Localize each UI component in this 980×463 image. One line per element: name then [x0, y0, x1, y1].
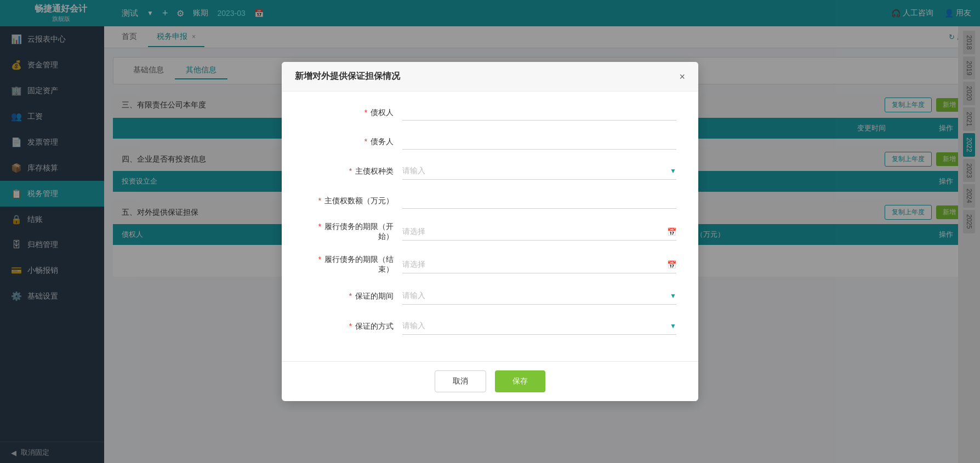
guarantee-period-placeholder: 请输入 [402, 291, 425, 301]
claim-type-placeholder: 请输入 [402, 166, 425, 176]
form-row-obligation-end: * 履行债务的期限（结束） 请选择 📅 [304, 255, 676, 275]
modal-title: 新增对外提供保证担保情况 [295, 71, 400, 82]
claim-type-label: * 主债权种类 [304, 167, 402, 176]
form-row-debtor: * 债务人 [304, 134, 676, 150]
obligation-end-date[interactable]: 请选择 📅 [402, 256, 676, 273]
modal-dialog: 新增对外提供保证担保情况 × * 债权人 * 债务人 [282, 62, 698, 401]
obligation-end-calendar-icon: 📅 [667, 260, 676, 269]
guarantee-method-arrow-icon: ▼ [670, 322, 676, 330]
form-row-claim-amount: * 主债权数额（万元） [304, 193, 676, 209]
obligation-start-label: * 履行债务的期限（开始） [304, 222, 402, 242]
cancel-button[interactable]: 取消 [435, 370, 486, 392]
guarantee-period-label: * 保证的期间 [304, 291, 402, 301]
debtor-label: * 债务人 [304, 137, 402, 147]
form-row-guarantee-period: * 保证的期间 请输入 ▼ [304, 288, 676, 305]
claim-type-select[interactable]: 请输入 ▼ [402, 163, 676, 180]
guarantee-method-placeholder: 请输入 [402, 321, 425, 331]
obligation-end-label: * 履行债务的期限（结束） [304, 255, 402, 275]
guarantee-period-arrow-icon: ▼ [670, 292, 676, 300]
modal-header: 新增对外提供保证担保情况 × [282, 62, 698, 92]
debtor-input[interactable] [402, 134, 676, 150]
creditor-label: * 债权人 [304, 108, 402, 118]
form-row-obligation-start: * 履行债务的期限（开始） 请选择 📅 [304, 222, 676, 242]
modal-footer: 取消 保存 [282, 361, 698, 401]
creditor-input[interactable] [402, 105, 676, 121]
form-row-creditor: * 债权人 [304, 105, 676, 121]
claim-amount-input[interactable] [402, 193, 676, 209]
form-row-guarantee-method: * 保证的方式 请输入 ▼ [304, 318, 676, 335]
obligation-start-placeholder: 请选择 [402, 227, 425, 237]
guarantee-period-select[interactable]: 请输入 ▼ [402, 288, 676, 305]
guarantee-method-select[interactable]: 请输入 ▼ [402, 318, 676, 335]
claim-amount-label: * 主债权数额（万元） [304, 196, 402, 206]
obligation-start-calendar-icon: 📅 [667, 227, 676, 236]
obligation-end-placeholder: 请选择 [402, 260, 425, 270]
form-row-claim-type: * 主债权种类 请输入 ▼ [304, 163, 676, 180]
save-button[interactable]: 保存 [495, 370, 545, 392]
modal-close-button[interactable]: × [679, 72, 685, 82]
obligation-start-date[interactable]: 请选择 📅 [402, 224, 676, 241]
modal-body: * 债权人 * 债务人 * 主债权种类 请输入 [282, 92, 698, 361]
guarantee-method-label: * 保证的方式 [304, 322, 402, 331]
modal-overlay: 新增对外提供保证担保情况 × * 债权人 * 债务人 [0, 0, 980, 463]
claim-type-arrow-icon: ▼ [670, 167, 676, 175]
